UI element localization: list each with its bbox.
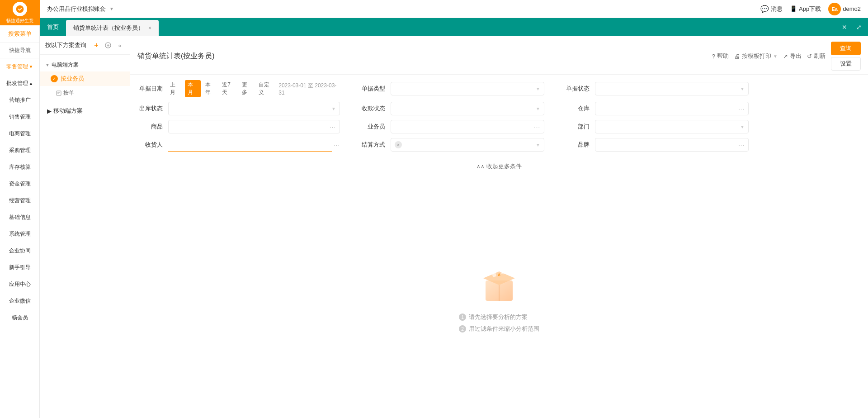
receiver-input[interactable] [168, 138, 332, 152]
sidebar-item-member[interactable]: 畅会员 [0, 309, 39, 326]
edit-scheme-btn[interactable] [104, 41, 113, 50]
salesperson-select[interactable]: ··· [391, 120, 544, 133]
stock-status-control: ▼ [168, 102, 340, 115]
date-tab-this-month[interactable]: 本月 [185, 80, 201, 97]
app-download-btn[interactable]: 📱 App下载 [790, 5, 821, 13]
right-panel: 销货单统计表(按业务员) ? 帮助 🖨 按模板打印 ▼ ↗ 导出 [130, 36, 868, 418]
warehouse-select[interactable]: ··· [595, 102, 749, 115]
doc-status-select[interactable]: ▼ [595, 82, 749, 95]
receiver-control: ··· [168, 138, 340, 152]
scheme-salesperson-label: 按业务员 [61, 75, 84, 83]
stock-chevron-icon: ▼ [331, 106, 336, 111]
goods-select[interactable]: ··· [168, 120, 340, 133]
sidebar-item-wholesale-label: 批发管理 [6, 80, 28, 87]
refresh-label: 刷新 [814, 52, 826, 60]
download-icon: 📱 [790, 5, 797, 12]
doc-type-control[interactable]: ▼ [391, 82, 544, 95]
main-buttons: 查询 设置 [831, 42, 861, 71]
tab-expand-btn[interactable]: ⤢ [854, 22, 864, 33]
sidebar-item-appstore[interactable]: 应用中心 [0, 276, 39, 293]
filter-row-2: 出库状态 ▼ 收款状态 ▼ 仓库 [137, 102, 861, 115]
scheme-group-desktop-title[interactable]: ▼ 电脑端方案 [40, 58, 130, 71]
sidebar-search[interactable]: 搜索菜单 [0, 25, 39, 43]
logo[interactable]: 畅捷通好生意 [0, 0, 40, 25]
sidebar-item-sales[interactable]: 销售管理 [0, 109, 39, 125]
date-tab-more[interactable]: 更多 [240, 80, 254, 97]
sidebar-item-operations-label: 经营管理 [9, 197, 31, 204]
date-tab-prev-month[interactable]: 上月 [168, 80, 182, 97]
dept-label: 部门 [564, 123, 590, 131]
scheme-item-salesperson[interactable]: ✓ 按业务员 [40, 71, 130, 86]
receiver-label: 收货人 [137, 141, 163, 149]
scheme-expand-icon: ▼ [45, 62, 50, 67]
settings-button[interactable]: 设置 [831, 57, 861, 71]
query-button[interactable]: 查询 [831, 42, 861, 55]
warehouse-control: ··· [595, 102, 749, 115]
date-tab-custom[interactable]: 自定义 [257, 80, 276, 97]
page-actions: ? 帮助 🖨 按模板打印 ▼ ↗ 导出 ↺ 刷新 [712, 42, 861, 71]
tab-bar-actions: ✕ ⤢ [839, 22, 868, 33]
sidebar-item-purchase[interactable]: 采购管理 [0, 142, 39, 159]
avatar-circle: Ea [828, 3, 841, 15]
brand-select[interactable]: ··· [595, 138, 749, 152]
left-panel-header: 按以下方案查询 + « [40, 36, 130, 55]
export-btn[interactable]: ↗ 导出 [783, 52, 802, 60]
sidebar-item-retail[interactable]: 零售管理 ▼ [0, 58, 39, 75]
sidebar-item-wechat[interactable]: 企业微信 [0, 293, 39, 309]
scheme-group-mobile[interactable]: ▶ 移动端方案 [40, 104, 130, 118]
doc-status-label: 单据状态 [564, 85, 590, 93]
sidebar-item-finance[interactable]: 资金管理 [0, 176, 39, 192]
sidebar-item-enterprise[interactable]: 企业协同 [0, 242, 39, 259]
settlement-tag-close[interactable]: × [395, 141, 402, 148]
industry-dropdown-icon[interactable]: ▼ [109, 6, 114, 11]
sidebar-item-newbie[interactable]: 新手引导 [0, 259, 39, 276]
settlement-select[interactable]: × ▼ [391, 138, 544, 152]
empty-tip-2: 2 用过滤条件来缩小分析范围 [459, 325, 539, 333]
dept-select[interactable]: ▼ [595, 120, 749, 133]
receiver-dots-icon[interactable]: ··· [334, 142, 340, 148]
sidebar-item-ecommerce-label: 电商管理 [9, 130, 31, 138]
tab-active[interactable]: 销货单统计表（按业务员） × [66, 20, 159, 36]
date-tab-last7[interactable]: 近7天 [220, 80, 237, 97]
payment-status-select[interactable]: ▼ [391, 102, 544, 115]
empty-state-icon [476, 262, 522, 308]
collapse-btn[interactable]: ∧∧ 收起更多条件 [469, 160, 529, 173]
sidebar-item-operations[interactable]: 经营管理 [0, 192, 39, 209]
scheme-sub-item-order[interactable]: 按单 [40, 86, 130, 100]
order-icon [56, 90, 61, 96]
print-btn[interactable]: 🖨 按模板打印 ▼ [734, 52, 778, 60]
goods-label: 商品 [137, 123, 163, 131]
date-tab-this-year[interactable]: 本年 [203, 80, 217, 97]
dept-control: ▼ [595, 120, 749, 133]
date-label: 单据日期 [137, 85, 163, 93]
sidebar-item-inventory[interactable]: 库存核算 [0, 159, 39, 176]
warehouse-dots-icon: ··· [738, 105, 745, 112]
doc-status-control[interactable]: ▼ [595, 82, 749, 95]
doc-type-select[interactable]: ▼ [391, 82, 544, 95]
goods-dots-icon: ··· [330, 124, 336, 130]
page-header: 销货单统计表(按业务员) ? 帮助 🖨 按模板打印 ▼ ↗ 导出 [130, 36, 868, 75]
sidebar-item-wholesale[interactable]: 批发管理 ▲ [0, 75, 39, 92]
sidebar-item-newbie-label: 新手引导 [9, 264, 31, 271]
tab-close-icon[interactable]: × [148, 25, 151, 31]
refresh-btn[interactable]: ↺ 刷新 [807, 52, 826, 60]
payment-status-control: ▼ [391, 102, 544, 115]
quick-nav[interactable]: 快捷导航 [0, 43, 39, 58]
tab-close-all-btn[interactable]: ✕ [839, 22, 850, 33]
brand-label: 品牌 [564, 141, 590, 149]
sidebar-item-system[interactable]: 系统管理 [0, 226, 39, 242]
sidebar-item-purchase-label: 采购管理 [9, 147, 31, 154]
sidebar-item-ecommerce[interactable]: 电商管理 [0, 125, 39, 142]
message-btn[interactable]: 💬 消息 [760, 5, 783, 13]
tab-home[interactable]: 首页 [40, 18, 66, 36]
sidebar-item-basic-label: 基础信息 [9, 214, 31, 221]
user-avatar[interactable]: Ea demo2 [828, 3, 861, 15]
sidebar-item-basic[interactable]: 基础信息 [0, 209, 39, 226]
brand-control: ··· [595, 138, 749, 152]
add-scheme-btn[interactable]: + [92, 41, 101, 50]
help-label: 帮助 [717, 52, 729, 60]
help-btn[interactable]: ? 帮助 [712, 52, 729, 60]
sidebar-item-marketing[interactable]: 营销推广 [0, 92, 39, 109]
stock-status-select[interactable]: ▼ [168, 102, 340, 115]
collapse-panel-btn[interactable]: « [115, 41, 124, 50]
